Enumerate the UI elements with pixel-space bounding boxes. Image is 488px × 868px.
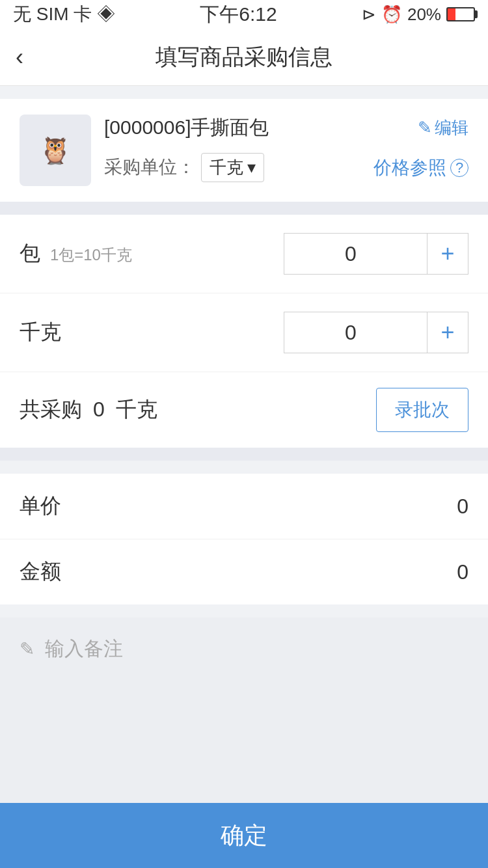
status-time: 下午6:12 [200,1,277,28]
battery-icon [446,7,475,21]
confirm-button[interactable]: 确定 [0,803,488,868]
alarm-icon: ⏰ [381,5,402,25]
kg-quantity-input[interactable] [284,312,427,353]
kg-input-right: + [284,312,468,353]
total-amount: 0 [93,398,105,421]
notes-placeholder: 输入备注 [45,636,123,662]
edit-icon: ✎ [418,118,432,138]
price-section: 单价 0 金额 0 [0,474,488,604]
total-row: 共采购 0 千克 录批次 [0,372,488,448]
bag-label: 包 [20,241,40,265]
purchase-unit-label: 采购单位： [104,157,195,177]
total-label-group: 共采购 0 千克 [20,396,157,424]
kg-label: 千克 [20,320,61,344]
kg-plus-button[interactable]: + [427,312,468,353]
status-bar: 无 SIM 卡 ◈ 下午6:12 ⊳ ⏰ 20% [0,0,488,29]
kg-label-group: 千克 [20,318,61,347]
amount-row: 金额 0 [0,539,488,604]
total-prefix: 共采购 [20,398,82,421]
unit-value: 千克 [210,156,243,179]
status-left: 无 SIM 卡 ◈ [13,2,115,27]
product-logo: 🦉 [39,135,72,166]
bag-plus-button[interactable]: + [427,233,468,275]
product-image: 🦉 [20,115,91,186]
sim-label: 无 SIM 卡 ◈ [13,2,115,27]
product-name-row: [0000006]手撕面包 ✎ 编辑 [104,115,468,141]
batch-button[interactable]: 录批次 [376,388,468,432]
amount-label: 金额 [20,558,61,586]
back-button[interactable]: ‹ [16,44,23,71]
bag-conversion: 1包=10千克 [50,246,132,264]
purchase-unit-left: 采购单位： 千克 ▾ [104,153,264,182]
bag-input-right: + [284,233,468,275]
section-divider-2 [0,448,488,461]
total-unit: 千克 [116,398,157,421]
purchase-unit-row: 采购单位： 千克 ▾ 价格参照 ? [104,153,468,182]
unit-price-row: 单价 0 [0,474,488,539]
page-title: 填写商品采购信息 [156,42,332,72]
product-name: [0000006]手撕面包 [104,115,269,141]
bag-input-row: 包 1包=10千克 + [0,215,488,293]
edit-label: 编辑 [435,116,468,139]
price-ref-button[interactable]: 价格参照 ? [373,156,468,180]
product-card: 🦉 [0000006]手撕面包 ✎ 编辑 采购单位： 千克 ▾ [0,99,488,202]
unit-select[interactable]: 千克 ▾ [201,153,264,182]
bag-quantity-input[interactable] [284,233,427,275]
input-section: 包 1包=10千克 + 千克 + [0,215,488,372]
unit-price-label: 单价 [20,492,61,521]
price-ref-icon: ? [450,159,468,177]
nav-bar: ‹ 填写商品采购信息 [0,29,488,86]
kg-input-row: 千克 + [0,293,488,372]
notes-section[interactable]: ✎ 输入备注 [0,617,488,681]
bag-label-group: 包 1包=10千克 [20,239,132,268]
status-right: ⊳ ⏰ 20% [362,5,475,25]
product-info: [0000006]手撕面包 ✎ 编辑 采购单位： 千克 ▾ 价格参照 ? [104,115,468,182]
unit-price-value: 0 [457,495,468,519]
amount-value: 0 [457,560,468,584]
location-icon: ⊳ [362,5,376,25]
edit-button[interactable]: ✎ 编辑 [418,116,468,139]
price-ref-label: 价格参照 [373,156,446,180]
battery-percent: 20% [407,5,441,25]
dropdown-icon: ▾ [247,157,256,178]
pencil-icon: ✎ [20,638,34,660]
section-divider-1 [0,202,488,215]
